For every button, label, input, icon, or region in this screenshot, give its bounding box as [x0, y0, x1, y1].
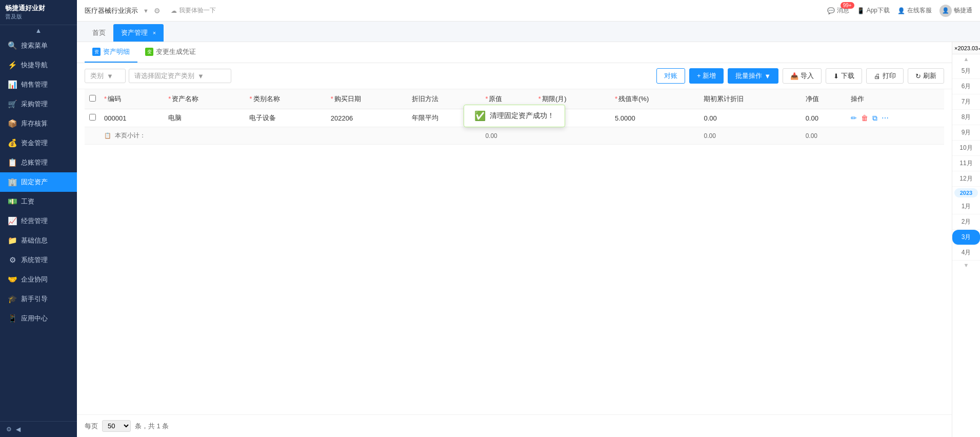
filter-area: 类别 ▼ 请选择固定资产类别 ▼ — [85, 69, 231, 83]
row-checkbox-0[interactable] — [89, 114, 96, 121]
sidebar-icon-13: 🎓 — [8, 294, 17, 304]
sidebar-item-工资[interactable]: 💵工资 — [0, 192, 77, 211]
row-actions: ✏ 🗑 ⧉ ⋯ — [847, 109, 944, 127]
category-select[interactable]: 类别 ▼ — [85, 69, 126, 83]
calendar-month-curr-2月[interactable]: 2月 — [952, 214, 980, 230]
category-value-dropdown-icon: ▼ — [197, 72, 204, 80]
edit-icon[interactable]: ✏ — [851, 114, 857, 122]
download-btn-icon: ⬇ — [833, 72, 839, 80]
user-info[interactable]: 👤 畅捷通 — [939, 5, 972, 17]
calendar-expand-icon[interactable]: ⤢ — [978, 45, 980, 51]
calendar-month-curr-1月[interactable]: 1月 — [952, 199, 980, 214]
change-voucher-icon: 变 — [145, 48, 153, 56]
sidebar-scroll-up[interactable]: ▲ — [0, 25, 77, 36]
calendar-month-10月[interactable]: 10月 — [952, 141, 980, 156]
import-button[interactable]: 📥 导入 — [783, 68, 822, 84]
new-button[interactable]: + 新增 — [689, 68, 724, 84]
tab-home[interactable]: 首页 — [85, 24, 113, 42]
company-name: 医疗器械行业演示 — [85, 6, 138, 15]
download-button[interactable]: ⬇ 下载 — [826, 68, 862, 84]
settings-gear-icon[interactable]: ⚙ — [154, 7, 161, 15]
tab-close-icon[interactable]: × — [153, 30, 156, 36]
total-label: 条，共 1 条 — [135, 422, 169, 431]
dropdown-icon[interactable]: ▼ — [143, 8, 149, 14]
calendar-month-7月[interactable]: 7月 — [952, 94, 980, 110]
sidebar-item-销售管理[interactable]: 📊销售管理 — [0, 75, 77, 94]
user-name: 畅捷通 — [954, 6, 972, 15]
sidebar-label-7: 固定资产 — [21, 177, 48, 187]
batch-ops-button[interactable]: 批量操作 ▼ — [728, 68, 778, 84]
per-page-label: 每页 — [85, 422, 98, 431]
more-icon[interactable]: ⋯ — [882, 114, 889, 122]
calendar-month-curr-3月[interactable]: 3月 — [952, 230, 980, 245]
pagination: 每页 50 100 条，共 1 条 — [77, 414, 952, 437]
print-button[interactable]: 🖨 打印 — [866, 68, 904, 84]
tabs-bar: 首页 资产管理 × — [77, 22, 980, 42]
per-page-select[interactable]: 50 100 — [102, 420, 131, 432]
category-value-select[interactable]: 请选择固定资产类别 ▼ — [129, 69, 231, 83]
collapse-icon[interactable]: ◀ — [16, 426, 21, 433]
calendar-nav-up[interactable]: ▲ — [952, 54, 980, 64]
calendar-month-curr-4月[interactable]: 4月 — [952, 245, 980, 261]
try-feature[interactable]: ☁ 我要体验一下 — [171, 6, 216, 15]
sidebar-icon-8: 💵 — [8, 197, 17, 206]
calendar-month-8月[interactable]: 8月 — [952, 110, 980, 125]
sidebar-icon-2: 📊 — [8, 80, 17, 89]
sidebar-item-基础信息[interactable]: 📁基础信息 — [0, 231, 77, 250]
category-label: 类别 — [90, 71, 104, 81]
subtotal-actions — [847, 127, 944, 145]
sidebar-item-总账管理[interactable]: 📋总账管理 — [0, 153, 77, 172]
subtotal-checkbox — [85, 127, 100, 145]
col-initial-accumulated: 期初累计折旧 — [699, 89, 801, 109]
settings-icon[interactable]: ⚙ — [6, 426, 12, 433]
sidebar-item-新手引导[interactable]: 🎓新手引导 — [0, 289, 77, 309]
subtotal-net: 0.00 — [802, 127, 847, 145]
sidebar-item-应用中心[interactable]: 📱应用中心 — [0, 309, 77, 328]
asset-detail-icon: 资 — [92, 48, 101, 56]
tab-asset-management[interactable]: 资产管理 × — [113, 24, 164, 42]
col-operations: 操作 — [847, 89, 944, 109]
sidebar-icon-10: 📁 — [8, 236, 17, 245]
copy-icon[interactable]: ⧉ — [872, 114, 877, 123]
sidebar-item-企业协同[interactable]: 🤝企业协同 — [0, 270, 77, 289]
calendar-month-5月[interactable]: 5月 — [952, 64, 980, 79]
sidebar-item-快捷导航[interactable]: ⚡快捷导航 — [0, 55, 77, 75]
import-icon: 📥 — [790, 72, 798, 80]
sidebar-bottom: ⚙ ◀ — [0, 421, 77, 437]
calendar-month-12月[interactable]: 12月 — [952, 171, 980, 187]
subtotal-icon: 📋 — [104, 132, 111, 138]
sidebar-item-库存核算[interactable]: 📦库存核算 — [0, 114, 77, 133]
refresh-icon: ↻ — [915, 72, 921, 80]
app-download[interactable]: 📱 App下载 — [857, 6, 890, 15]
calendar-month-6月[interactable]: 6月 — [952, 79, 980, 94]
sidebar-item-采购管理[interactable]: 🛒采购管理 — [0, 94, 77, 114]
sidebar-item-系统管理[interactable]: ⚙系统管理 — [0, 250, 77, 270]
checkbox-header — [85, 89, 100, 109]
avatar: 👤 — [939, 5, 952, 17]
sidebar-item-固定资产[interactable]: 🏢固定资产 — [0, 172, 77, 192]
sub-tab-change-voucher[interactable]: 变 变更生成凭证 — [137, 42, 204, 63]
delete-icon[interactable]: 🗑 — [861, 114, 868, 122]
message-badge[interactable]: 💬 消息 99+ — [827, 6, 849, 15]
main-area: 医疗器械行业演示 ▼ ⚙ ☁ 我要体验一下 💬 消息 99+ 📱 App下载 👤… — [77, 0, 980, 437]
subtotal-residual — [611, 127, 699, 145]
sidebar-label-14: 应用中心 — [21, 314, 48, 323]
row-category: 电子设备 — [245, 109, 326, 127]
sidebar-label-8: 工资 — [21, 197, 34, 206]
reconcile-button[interactable]: 对账 — [656, 68, 685, 84]
refresh-button[interactable]: ↻ 刷新 — [908, 68, 944, 84]
calendar-month-11月[interactable]: 11月 — [952, 156, 980, 171]
calendar-year: 2023 — [954, 188, 978, 197]
sub-tab-asset-detail[interactable]: 资 资产明细 — [85, 42, 137, 63]
online-service[interactable]: 👤 在线客服 — [897, 6, 932, 15]
select-all-checkbox[interactable] — [89, 95, 96, 102]
calendar-nav-down[interactable]: ▼ — [952, 261, 980, 270]
sidebar-item-经营管理[interactable]: 📈经营管理 — [0, 211, 77, 231]
calendar-month-9月[interactable]: 9月 — [952, 125, 980, 141]
content-area: 资 资产明细 变 变更生成凭证 类别 ▼ 请选择固定资产类别 — [77, 42, 980, 437]
sidebar-item-搜索菜单[interactable]: 🔍搜索菜单 — [0, 36, 77, 55]
calendar-header: × 2023.03 ⤢ — [952, 42, 980, 54]
sidebar-item-资金管理[interactable]: 💰资金管理 — [0, 133, 77, 153]
success-toast: ✅ 清理固定资产成功！ — [464, 105, 565, 127]
sub-tabs: 资 资产明细 变 变更生成凭证 — [77, 42, 952, 63]
